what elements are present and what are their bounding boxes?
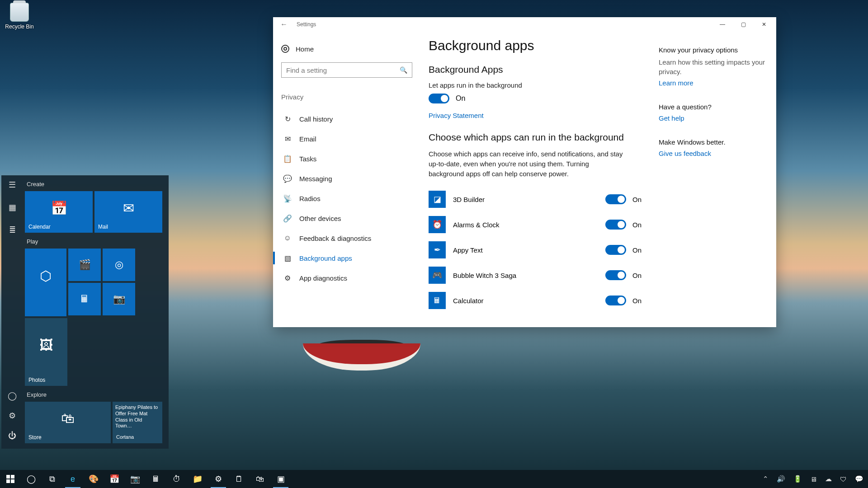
tray-network-icon[interactable]: 🖥 (810, 475, 817, 483)
hamburger-icon[interactable]: ☰ (7, 180, 17, 190)
app-toggle[interactable] (605, 245, 626, 255)
store-icon: 🛍 (61, 411, 75, 426)
taskview-button[interactable]: ⧉ (42, 470, 62, 488)
system-tray: ⌃ 🔊 🔋 🖥 ☁ 🛡 💬 (763, 475, 868, 483)
tray-volume-icon[interactable]: 🔊 (777, 475, 785, 483)
tile-movies[interactable]: 🎬 (68, 249, 101, 281)
group-explore: Explore (27, 391, 164, 398)
app-name: Appy Text (453, 246, 584, 254)
clapper-icon: 🎬 (79, 259, 91, 271)
windows-icon (6, 475, 14, 483)
nav-icon: 📡 (283, 194, 292, 203)
clock-button[interactable]: ⏱ (166, 470, 187, 488)
tile-camera2[interactable]: 📷 (103, 283, 135, 315)
master-toggle[interactable] (429, 94, 449, 103)
page-title: Background apps (429, 38, 642, 53)
nav-label: Messaging (299, 175, 332, 183)
nav-icon: 🔗 (283, 214, 292, 223)
app-icon: ⏰ (429, 216, 446, 233)
app-button[interactable]: ▣ (270, 470, 291, 488)
back-button[interactable]: ← (275, 20, 293, 28)
master-toggle-state: On (456, 94, 465, 103)
app-toggle[interactable] (605, 270, 626, 280)
tile-groove[interactable]: ◎ (103, 249, 135, 281)
list-icon[interactable]: ≣ (7, 225, 17, 235)
window-title: Settings (297, 21, 316, 28)
pinned-icon[interactable]: ▦ (7, 202, 17, 212)
sidebar-item-feedback-diagnostics[interactable]: ☺Feedback & diagnostics (281, 228, 412, 248)
sticky-button[interactable]: 🗒 (229, 470, 250, 488)
close-button[interactable]: ✕ (754, 17, 774, 32)
privacy-options-desc: Learn how this setting impacts your priv… (659, 57, 767, 76)
explorer-button[interactable]: 📁 (187, 470, 208, 488)
tile-mail[interactable]: ✉Mail (94, 191, 162, 233)
nav-icon: ⚙ (283, 274, 292, 282)
app-icon: 🎮 (429, 267, 446, 284)
tile-store[interactable]: 🛍Store (25, 402, 111, 443)
recycle-bin[interactable]: Recycle Bin (3, 3, 36, 30)
sidebar-item-messaging[interactable]: 💬Messaging (281, 169, 412, 188)
tile-calculator[interactable]: 🖩 (68, 283, 101, 315)
section-heading-background-apps: Background Apps (429, 64, 642, 75)
nav-label: Other devices (299, 215, 341, 222)
minimize-button[interactable]: — (712, 17, 733, 32)
maximize-button[interactable]: ▢ (733, 17, 754, 32)
gear-icon (281, 45, 289, 53)
start-menu: ☰ ▦ ≣ ◯ ⚙ ⏻ Create 📅Calendar ✉Mail Play … (1, 175, 169, 449)
tray-onedrive-icon[interactable]: ☁ (825, 475, 832, 483)
privacy-statement-link[interactable]: Privacy Statement (429, 112, 484, 119)
calendar-button[interactable]: 📅 (104, 470, 125, 488)
paint-button[interactable]: 🎨 (83, 470, 104, 488)
store-button[interactable]: 🛍 (250, 470, 270, 488)
nav-label: Email (299, 135, 316, 143)
sidebar-item-tasks[interactable]: 📋Tasks (281, 149, 412, 169)
tray-chevron-icon[interactable]: ⌃ (763, 475, 769, 483)
give-feedback-link[interactable]: Give us feedback (659, 150, 767, 157)
start-button[interactable] (0, 470, 21, 488)
recycle-bin-icon (10, 3, 29, 22)
app-name: 3D Builder (453, 196, 584, 203)
tray-defender-icon[interactable]: 🛡 (840, 475, 847, 483)
app-icon: ✒ (429, 241, 446, 258)
home-button[interactable]: Home (281, 40, 412, 58)
cortana-button[interactable]: ◯ (21, 470, 42, 488)
group-create: Create (27, 181, 164, 188)
search-input[interactable]: Find a setting 🔍 (281, 62, 412, 78)
power-icon[interactable]: ⏻ (7, 431, 17, 441)
sidebar-item-app-diagnostics[interactable]: ⚙App diagnostics (281, 268, 412, 288)
sidebar-item-background-apps[interactable]: ▧Background apps (281, 248, 412, 268)
app-toggle[interactable] (605, 296, 626, 305)
nav-label: Call history (299, 115, 333, 123)
taskbar: ◯ ⧉ e 🎨 📅 📷 🖩 ⏱ 📁 ⚙ 🗒 🛍 ▣ ⌃ 🔊 🔋 🖥 ☁ 🛡 💬 (0, 470, 868, 488)
app-icon: 🖩 (429, 292, 446, 309)
app-name: Bubble Witch 3 Saga (453, 272, 584, 279)
edge-button[interactable]: e (62, 470, 83, 488)
search-icon: 🔍 (400, 66, 407, 74)
app-toggle-state: On (632, 196, 642, 203)
get-help-link[interactable]: Get help (659, 114, 767, 122)
tile-cortana[interactable]: Epiphany Pilates to Offer Free Mat Class… (113, 402, 162, 443)
tile-calendar[interactable]: 📅Calendar (25, 191, 93, 233)
settings-icon[interactable]: ⚙ (7, 411, 17, 421)
sidebar-item-email[interactable]: ✉Email (281, 129, 412, 149)
camera-button[interactable]: 📷 (125, 470, 146, 488)
sidebar-item-radios[interactable]: 📡Radios (281, 188, 412, 208)
app-row-calculator: 🖩CalculatorOn (429, 288, 642, 313)
tray-battery-icon[interactable]: 🔋 (793, 475, 802, 483)
sidebar-item-call-history[interactable]: ↻Call history (281, 109, 412, 129)
cube-icon: ⬡ (40, 268, 52, 284)
settings-taskbar-button[interactable]: ⚙ (208, 470, 229, 488)
app-toggle[interactable] (605, 194, 626, 204)
tile-photos[interactable]: 🖼Photos (25, 318, 67, 386)
nav-icon: ↻ (283, 115, 292, 123)
learn-more-link[interactable]: Learn more (659, 79, 767, 87)
nav-label: Background apps (299, 254, 352, 262)
calculator-button[interactable]: 🖩 (146, 470, 166, 488)
tile-3d[interactable]: ⬡ (25, 249, 66, 316)
action-center-icon[interactable]: 💬 (855, 475, 863, 483)
app-toggle[interactable] (605, 220, 626, 230)
nav-icon: ☺ (283, 234, 292, 242)
sidebar-item-other-devices[interactable]: 🔗Other devices (281, 208, 412, 228)
user-icon[interactable]: ◯ (7, 391, 17, 401)
home-label: Home (296, 45, 314, 53)
